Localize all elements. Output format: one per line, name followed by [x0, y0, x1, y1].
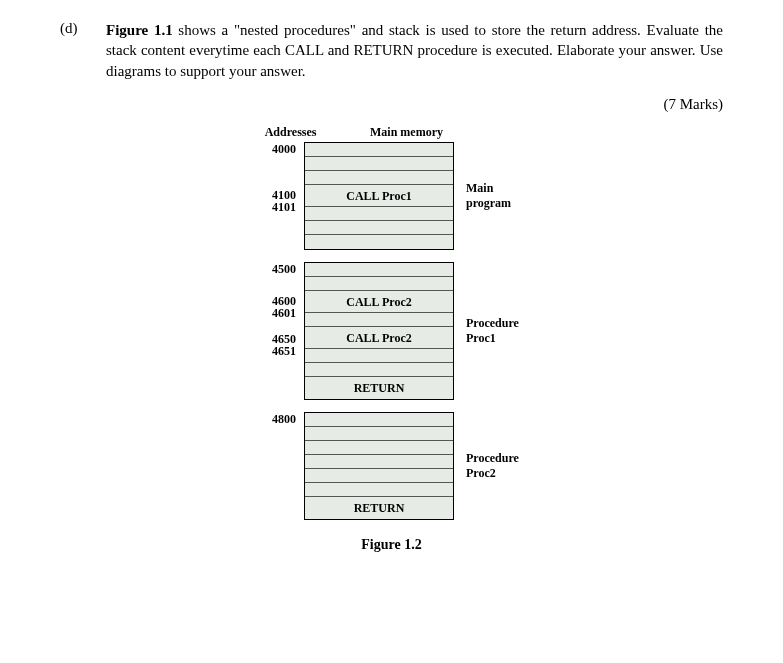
mem-line — [305, 207, 453, 221]
mem-line — [305, 263, 453, 277]
mem-box-3: RETURN — [304, 412, 454, 520]
question-body: shows a "nested procedures" and stack is… — [106, 22, 723, 79]
rlabel-proc2-2: Proc2 — [466, 466, 534, 481]
mem-line — [305, 171, 453, 185]
addr-blank — [249, 156, 296, 170]
addr-col-3: 4800 — [249, 412, 304, 426]
mem-line — [305, 157, 453, 171]
label-main-program: Main program — [454, 181, 534, 211]
memory-block-proc1: 4500 4600 4601 4650 4651 CALL Proc2 CALL… — [249, 262, 534, 400]
rlabel-proc2-1: Procedure — [466, 451, 534, 466]
rlabel-main-1: Main — [466, 181, 534, 196]
label-proc1: Procedure Proc1 — [454, 316, 534, 346]
rlabel-proc1-2: Proc1 — [466, 331, 534, 346]
memory-block-proc2: 4800 RETURN Procedure Proc2 — [249, 412, 534, 520]
question-text: Figure 1.1 shows a "nested procedures" a… — [106, 20, 723, 81]
mem-box-2: CALL Proc2 CALL Proc2 RETURN — [304, 262, 454, 400]
addr-4651: 4651 — [249, 344, 296, 358]
figure-inner: Addresses Main memory 4000 4100 4101 CAL… — [249, 125, 534, 553]
addr-col-1: 4000 4100 4101 — [249, 142, 304, 214]
question-label: (d) — [60, 20, 88, 81]
addr-spacer — [249, 320, 296, 328]
mem-line — [305, 469, 453, 483]
figure-ref: Figure 1.1 — [106, 22, 173, 38]
figure-caption: Figure 1.2 — [361, 537, 421, 553]
mem-line — [305, 143, 453, 157]
mem-line — [305, 427, 453, 441]
mem-line — [305, 313, 453, 327]
label-proc2: Procedure Proc2 — [454, 451, 534, 481]
addr-4101: 4101 — [249, 200, 296, 214]
addr-col-2: 4500 4600 4601 4650 4651 — [249, 262, 304, 358]
mem-line — [305, 277, 453, 291]
mem-line — [305, 441, 453, 455]
addr-4500: 4500 — [249, 262, 296, 276]
rlabel-proc1-1: Procedure — [466, 316, 534, 331]
mem-call-proc2-a: CALL Proc2 — [305, 291, 453, 313]
mem-line — [305, 363, 453, 377]
question-block: (d) Figure 1.1 shows a "nested procedure… — [60, 20, 723, 81]
addr-blank — [249, 170, 296, 184]
figure: Addresses Main memory 4000 4100 4101 CAL… — [60, 125, 723, 553]
mem-line — [305, 455, 453, 469]
addr-4800: 4800 — [249, 412, 296, 426]
mem-line — [305, 235, 453, 249]
header-addresses: Addresses — [262, 125, 332, 140]
marks: (7 Marks) — [60, 96, 723, 113]
mem-return-1: RETURN — [305, 377, 453, 399]
mem-line — [305, 349, 453, 363]
mem-call-proc1: CALL Proc1 — [305, 185, 453, 207]
addr-blank — [249, 276, 296, 290]
addr-4000: 4000 — [249, 142, 296, 156]
mem-line — [305, 483, 453, 497]
mem-return-2: RETURN — [305, 497, 453, 519]
rlabel-main-2: program — [466, 196, 534, 211]
mem-box-1: CALL Proc1 — [304, 142, 454, 250]
addr-4601: 4601 — [249, 306, 296, 320]
mem-line — [305, 221, 453, 235]
figure-headers: Addresses Main memory — [262, 125, 482, 140]
memory-block-main: 4000 4100 4101 CALL Proc1 Main program — [249, 142, 534, 250]
header-memory: Main memory — [332, 125, 482, 140]
mem-call-proc2-b: CALL Proc2 — [305, 327, 453, 349]
mem-line — [305, 413, 453, 427]
